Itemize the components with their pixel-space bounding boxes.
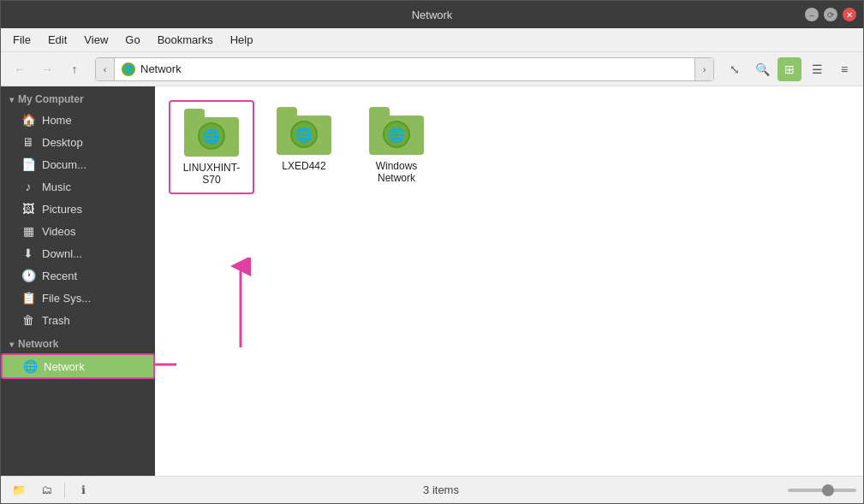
recent-icon: 🕐 <box>21 269 35 282</box>
location-next-button[interactable]: › <box>694 58 713 80</box>
statusbar-left: 📁 🗂 ℹ <box>8 481 94 500</box>
network-section-label: Network <box>18 338 58 350</box>
menu-file[interactable]: File <box>6 31 38 49</box>
trash-icon: 🗑 <box>21 313 35 327</box>
folder-tab-win <box>369 107 390 116</box>
compact-view-button[interactable]: ☰ <box>805 57 829 81</box>
my-computer-label: My Computer <box>18 93 84 105</box>
sidebar-item-trash-label: Trash <box>42 314 70 327</box>
home-icon: 🏠 <box>21 113 35 127</box>
sidebar-item-filesystem-label: File Sys... <box>42 292 91 305</box>
menu-go[interactable]: Go <box>118 31 146 49</box>
file-item-windows-network[interactable]: 🌐 Windows Network <box>354 100 439 194</box>
sidebar-item-pictures[interactable]: 🖼 Pictures <box>1 198 155 220</box>
forward-button[interactable]: → <box>35 57 59 81</box>
location-text: Network <box>140 62 182 75</box>
titlebar: Network – ⟳ ✕ <box>1 1 863 28</box>
folder-globe-lxed: 🌐 <box>290 121 318 148</box>
statusbar-tree-btn[interactable]: 🗂 <box>35 481 57 500</box>
zoom-slider[interactable] <box>788 489 856 492</box>
zoom-thumb[interactable] <box>822 484 834 496</box>
shrink-button[interactable]: ⤡ <box>723 57 747 81</box>
sidebar-item-trash[interactable]: 🗑 Trash <box>1 309 155 331</box>
sidebar: ▾ My Computer 🏠 Home 🖥 Desktop 📄 Docum..… <box>1 86 155 476</box>
file-label-linuxhint: LINUXHINT-S70 <box>177 162 246 186</box>
statusbar-divider <box>64 483 65 498</box>
file-item-linuxhint[interactable]: 🌐 LINUXHINT-S70 <box>169 100 254 194</box>
music-icon: ♪ <box>21 180 35 193</box>
file-area: 🌐 LINUXHINT-S70 🌐 LXED442 🌐 <box>155 86 863 476</box>
sidebar-item-music[interactable]: ♪ Music <box>1 175 155 198</box>
main-content: ▾ My Computer 🏠 Home 🖥 Desktop 📄 Docum..… <box>1 86 863 476</box>
sidebar-item-videos[interactable]: ▦ Videos <box>1 220 155 242</box>
network-section-arrow: ▾ <box>9 340 14 349</box>
menu-help[interactable]: Help <box>223 31 260 49</box>
menu-edit[interactable]: Edit <box>41 31 74 49</box>
folder-tab-lxed <box>277 107 297 116</box>
file-label-windows-network: Windows Network <box>360 160 432 184</box>
folder-icon-windows-network: 🌐 <box>369 107 424 155</box>
sidebar-item-downloads[interactable]: ⬇ Downl... <box>1 242 155 264</box>
restore-button[interactable]: ⟳ <box>824 8 837 21</box>
minimize-button[interactable]: – <box>805 8 819 21</box>
desktop-icon: 🖥 <box>21 135 35 149</box>
up-button[interactable]: ↑ <box>63 57 86 81</box>
statusbar: 📁 🗂 ℹ 3 items <box>1 476 863 503</box>
file-manager-window: Network – ⟳ ✕ File Edit View Go Bookmark… <box>0 0 864 504</box>
folder-globe-win: 🌐 <box>383 121 410 148</box>
statusbar-count: 3 items <box>94 483 788 496</box>
folder-tab <box>184 109 205 117</box>
file-label-lxed: LXED442 <box>282 160 325 172</box>
statusbar-info-btn[interactable]: ℹ <box>72 481 94 500</box>
statusbar-places-btn[interactable]: 📁 <box>8 481 30 500</box>
sidebar-item-downloads-label: Downl... <box>42 247 82 260</box>
sidebar-item-filesystem[interactable]: 📋 File Sys... <box>1 287 155 309</box>
window-controls: – ⟳ ✕ <box>805 8 856 21</box>
my-computer-arrow: ▾ <box>9 95 14 104</box>
menubar: File Edit View Go Bookmarks Help <box>1 28 863 52</box>
annotation-arrow-left <box>155 339 181 390</box>
menu-view[interactable]: View <box>77 31 115 49</box>
folder-globe: 🌐 <box>198 122 225 150</box>
sidebar-item-desktop[interactable]: 🖥 Desktop <box>1 131 155 153</box>
toolbar-right-buttons: ⤡ 🔍 ⊞ ☰ ≡ <box>723 57 856 81</box>
location-label: 🌐 Network <box>115 62 694 76</box>
sidebar-item-network[interactable]: 🌐 Network <box>1 353 155 379</box>
pictures-icon: 🖼 <box>21 202 35 216</box>
location-prev-button[interactable]: ‹ <box>96 58 115 80</box>
search-button[interactable]: 🔍 <box>750 57 774 81</box>
downloads-icon: ⬇ <box>21 246 35 260</box>
documents-icon: 📄 <box>21 157 35 171</box>
sidebar-item-desktop-label: Desktop <box>42 136 83 149</box>
list-view-button[interactable]: ≡ <box>832 57 856 81</box>
file-item-lxed[interactable]: 🌐 LXED442 <box>261 100 347 194</box>
sidebar-item-pictures-label: Pictures <box>42 203 82 216</box>
close-button[interactable]: ✕ <box>843 8 856 21</box>
location-bar: ‹ 🌐 Network › <box>95 57 714 81</box>
folder-icon-lxed: 🌐 <box>277 107 331 155</box>
videos-icon: ▦ <box>21 224 35 238</box>
back-button[interactable]: ← <box>8 57 32 81</box>
location-globe-icon: 🌐 <box>122 62 135 76</box>
annotation-arrow-up <box>206 258 275 352</box>
sidebar-item-recent-label: Recent <box>42 270 77 282</box>
menu-bookmarks[interactable]: Bookmarks <box>151 31 220 49</box>
sidebar-item-network-label: Network <box>44 360 85 373</box>
grid-view-button[interactable]: ⊞ <box>778 57 801 81</box>
filesystem-icon: 📋 <box>21 291 35 305</box>
sidebar-item-home[interactable]: 🏠 Home <box>1 109 155 131</box>
item-count: 3 <box>423 483 429 496</box>
sidebar-item-documents[interactable]: 📄 Docum... <box>1 153 155 175</box>
statusbar-zoom <box>788 489 856 492</box>
sidebar-section-network[interactable]: ▾ Network <box>1 331 155 353</box>
sidebar-section-my-computer[interactable]: ▾ My Computer <box>1 86 155 109</box>
network-icon: 🌐 <box>23 359 37 373</box>
sidebar-item-recent[interactable]: 🕐 Recent <box>1 264 155 287</box>
sidebar-item-home-label: Home <box>42 114 72 127</box>
sidebar-item-documents-label: Docum... <box>42 158 86 171</box>
folder-icon-linuxhint: 🌐 <box>184 109 239 157</box>
window-title: Network <box>412 9 453 21</box>
sidebar-item-music-label: Music <box>42 181 71 193</box>
toolbar: ← → ↑ ‹ 🌐 Network › ⤡ 🔍 ⊞ ☰ ≡ <box>1 52 863 86</box>
items-word: items <box>432 483 459 496</box>
